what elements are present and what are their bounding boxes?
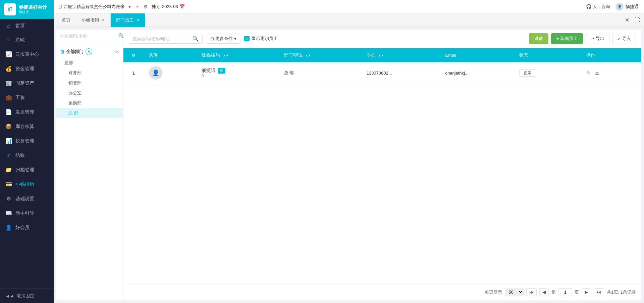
sidebar-item-label: 好会员 (15, 225, 30, 231)
col-phone[interactable]: 手机 ▲▼ (361, 48, 440, 62)
sidebar-item-archive[interactable]: 📁 归档管理 (0, 163, 54, 177)
sidebar-item-inventory[interactable]: 📦 库存核算 (0, 119, 54, 134)
archive-icon: 📁 (5, 167, 12, 173)
tab-expense[interactable]: 小畅报销 ✕ (76, 13, 111, 27)
dept-list: ⊞ 全部部门 ✎ << 总部 财务部 销售部 办公室 (56, 43, 123, 300)
emp-name: 畅捷通 (202, 68, 216, 74)
support-button[interactable]: 🎧 人工咨询 (586, 4, 610, 10)
next-page-button[interactable]: ▶ (582, 288, 591, 296)
sidebar-item-expense[interactable]: 💳 小畅报销 (0, 177, 54, 191)
add-icon[interactable]: ＋ (135, 4, 140, 10)
emp-search-input[interactable] (132, 36, 190, 41)
edit-dept-icon[interactable]: ✎ (86, 48, 92, 55)
all-dept-item[interactable]: ⊞ 全部部门 ✎ << (56, 46, 123, 58)
user-info: 👤 畅捷通 (615, 3, 639, 11)
first-page-button[interactable]: ⏮ (526, 288, 537, 296)
emp-dept-cell: 总 部 (279, 62, 361, 84)
add-employee-button[interactable]: + 新增员工 (551, 33, 583, 44)
close-tab-button[interactable]: ✕ (624, 15, 631, 25)
dept-item-purchase[interactable]: 采购部 (56, 98, 123, 108)
salary-icon: 💼 (5, 94, 12, 101)
user-name: 畅捷通 (626, 4, 639, 10)
page-suffix-label: 页 (575, 289, 579, 295)
logo-text: 畅捷通好会计 (19, 4, 47, 10)
employee-table-container: ⚙ 头像 姓名/编码 ▲▼ 部门/职位 ▲▼ (123, 48, 641, 284)
filter-icon: ⊟ (210, 36, 214, 41)
dept-item-sales[interactable]: 销售部 (56, 78, 123, 88)
sidebar-item-label: 税务管理 (15, 138, 34, 144)
emp-code: 0 (202, 74, 273, 78)
assets-icon: 🏢 (5, 80, 12, 86)
dept-item-general[interactable]: 总 部 (56, 108, 123, 118)
prev-page-button[interactable]: ◀ (539, 288, 549, 296)
import-label: 导入 (622, 36, 631, 42)
sidebar-item-label: 基础设置 (15, 196, 34, 202)
dept-parent-label[interactable]: 总部 (56, 58, 123, 68)
col-dept[interactable]: 部门/职位 ▲▼ (279, 48, 361, 62)
guide-icon: 📖 (5, 210, 12, 216)
expand-tab-button[interactable]: ⛶ (633, 15, 641, 25)
sidebar-item-ledger[interactable]: ≡ 总账 (0, 33, 54, 47)
emp-dept-badge: 部 (218, 68, 225, 74)
dept-item-office[interactable]: 办公室 (56, 88, 123, 98)
dept-search-icon[interactable]: 🔍 (118, 33, 123, 39)
calendar-icon[interactable]: 📅 (179, 4, 185, 9)
sidebar-item-fixed-assets[interactable]: 🏢 固定资产 (0, 76, 54, 90)
sidebar-item-finance[interactable]: 💰 资金管理 (0, 61, 54, 76)
home-icon: ⌂ (5, 23, 12, 29)
close-expense-tab[interactable]: ✕ (102, 18, 105, 23)
dropdown-arrow-icon: ▾ (234, 36, 236, 41)
tab-dept[interactable]: 部门员工 ✕ (111, 13, 145, 27)
collapse-btn[interactable]: << (114, 49, 119, 54)
show-resigned-checkbox[interactable]: ✓ (244, 36, 250, 41)
dept-search-area: 🔍 (56, 30, 123, 43)
inventory-icon: 📦 (5, 123, 12, 130)
dept-group: 总部 财务部 销售部 办公室 采购部 总 部 (56, 58, 123, 118)
sidebar: 好 畅捷通好会计 旗舰版 ⌂ 首页 ≡ 总账 📈 云报表中心 💰 资金管理 🏢 … (0, 0, 54, 303)
page-number-input[interactable] (558, 288, 572, 296)
col-name[interactable]: 姓名/编码 ▲▼ (196, 48, 279, 62)
add-emp-label: + 新增员工 (556, 36, 578, 42)
sidebar-item-member[interactable]: 👤 好会员 (0, 220, 54, 235)
right-panel: 🔍 ⊟ 更多条件 ▾ ✓ 显示离职员工 邀请 + 新增员工 (123, 30, 641, 300)
dropdown-icon[interactable]: ▾ (128, 4, 131, 9)
filter-button[interactable]: ⊟ 更多条件 ▾ (207, 34, 240, 44)
sidebar-item-label: 工资 (15, 95, 25, 101)
sidebar-item-label: 固定资产 (15, 80, 34, 86)
search-icon[interactable]: 🔍 (192, 36, 199, 42)
close-dept-tab[interactable]: ✕ (136, 18, 140, 23)
sidebar-item-close-account[interactable]: ✓ 结账 (0, 148, 54, 163)
col-settings[interactable]: ⚙ (123, 48, 144, 62)
dept-panel: 🔍 ⊞ 全部部门 ✎ << 总部 财务部 销售部 (56, 30, 123, 300)
per-page-select[interactable]: 50 20 100 (505, 288, 524, 296)
all-dept-label: 全部部门 (66, 49, 84, 55)
dept-search-input[interactable] (60, 34, 116, 39)
invite-button[interactable]: 邀请 (529, 33, 548, 44)
topbar: 江西服宝精品有限责任公司内账张 ▾ ＋ ⚙ 账期 2023-03 📅 🎧 人工咨… (54, 0, 644, 13)
edit-emp-icon[interactable]: ✎ (586, 70, 591, 76)
avatar-icon: 👤 (618, 5, 622, 8)
last-page-button[interactable]: ⏭ (594, 288, 604, 296)
sidebar-item-label: 首页 (15, 23, 25, 29)
expense-icon: 💳 (5, 181, 12, 187)
sidebar-item-home[interactable]: ⌂ 首页 (0, 19, 54, 33)
export-button[interactable]: ↗ 导出 (586, 33, 609, 44)
dept-item-finance[interactable]: 财务部 (56, 68, 123, 78)
sidebar-item-tax[interactable]: 📊 税务管理 (0, 134, 54, 148)
pagination-bar: 每页显示 50 20 100 ⏮ ◀ 第 页 ▶ ⏭ 共1页, 1条记录 (123, 284, 641, 300)
cancel-pin-button[interactable]: ◄◄ 取消固定 (0, 289, 54, 303)
sidebar-item-guide[interactable]: 📖 新手引导 (0, 206, 54, 220)
logout-emp-icon[interactable]: ⏏ (595, 70, 600, 76)
import-button[interactable]: ↙ 导入 (612, 33, 636, 44)
tab-home[interactable]: 首页 (56, 13, 76, 27)
total-info: 共1页, 1条记录 (607, 289, 636, 295)
per-page-label: 每页显示 (485, 289, 502, 295)
col-avatar: 头像 (144, 48, 196, 62)
settings-icon[interactable]: ⚙ (144, 4, 148, 9)
sidebar-item-basic-settings[interactable]: ⚙ 基础设置 (0, 191, 54, 206)
table-row: 1 👤 畅捷通 部 (123, 62, 641, 84)
sidebar-item-cloud-report[interactable]: 📈 云报表中心 (0, 47, 54, 61)
sidebar-item-salary[interactable]: 💼 工资 (0, 90, 54, 105)
employee-table: ⚙ 头像 姓名/编码 ▲▼ 部门/职位 ▲▼ (123, 48, 641, 84)
sidebar-item-invoice[interactable]: 📄 发票管理 (0, 105, 54, 119)
